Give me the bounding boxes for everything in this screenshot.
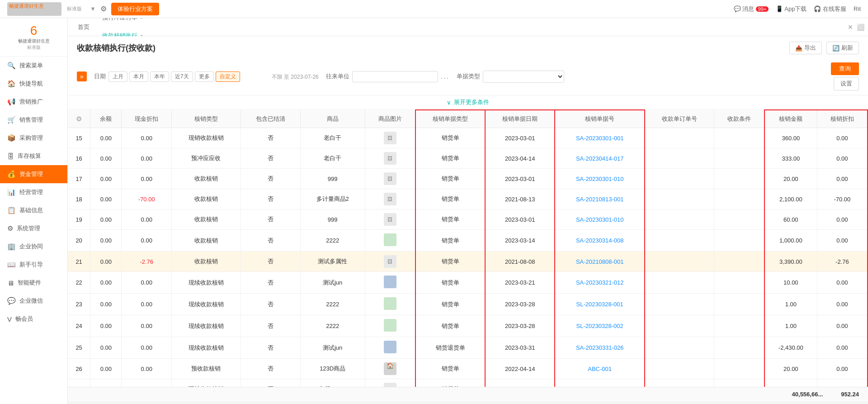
sidebar-item-wechat[interactable]: 💬企业微信	[0, 292, 67, 310]
sidebar-item-purchase[interactable]: 📦采购管理	[0, 129, 67, 147]
sidebar-item-finance[interactable]: 💰资金管理	[0, 165, 67, 183]
table-row[interactable]: 27 0.00 0.00 现续收款核销 否 衣服00001 🖼 销货单 2023…	[68, 379, 868, 387]
col-setting[interactable]: ⚙	[68, 110, 90, 128]
cell-goods-img: 🖼	[365, 209, 415, 230]
user-name[interactable]: Rit	[854, 5, 861, 12]
partner-filter-group: 往来单位 ...	[326, 71, 449, 82]
close-window-icon[interactable]: ✕	[848, 24, 853, 31]
cell-collect-condition	[714, 359, 764, 379]
verify-doc-link[interactable]: SA-20230301-001	[576, 135, 624, 142]
dropdown-icon[interactable]: ▼	[90, 5, 96, 12]
wechat-icon: 💬	[7, 297, 16, 305]
table-row[interactable]: 20 0.00 0.00 收款核销 否 2222 销货单 2023-03-14 …	[68, 230, 868, 252]
inventory-icon: 🗄	[7, 152, 14, 160]
refresh-icon: 🔄	[832, 45, 840, 52]
verify-doc-link[interactable]: SA-20230414-017	[576, 155, 624, 162]
trial-btn[interactable]: 体验行业方案	[111, 3, 159, 15]
query-btn[interactable]: 查询	[831, 62, 859, 75]
verify-doc-link[interactable]: SL-20230408-001	[576, 386, 623, 387]
sidebar-item-guide[interactable]: 📖新手引导	[0, 256, 67, 274]
verify-doc-link[interactable]: SA-20230314-008	[576, 237, 624, 244]
tab-prepay[interactable]: 预付冲应付单×	[96, 18, 149, 27]
cell-balance: 0.00	[90, 230, 122, 252]
date-btn-this-year[interactable]: 本年	[150, 71, 169, 82]
table-row[interactable]: 26 0.00 0.00 预收款核销 否 123D商品 🏠 销货单 2022-0…	[68, 359, 868, 379]
gear-icon[interactable]: ⚙	[100, 5, 107, 13]
table-row[interactable]: 16 0.00 0.00 预冲应应收 否 老白干 🖼 销货单 2023-04-1…	[68, 148, 868, 169]
main-table: ⚙ 余额 现金折扣 核销类型 包含已结清 商品 商品图片 核销单据类型 核销单据…	[68, 109, 868, 387]
cell-include-settled: 否	[241, 148, 300, 169]
cell-collect-condition	[714, 169, 764, 189]
page-title: 收款核销执行(按收款)	[77, 43, 156, 53]
cell-verify-type: 收款核销	[172, 169, 241, 189]
cell-goods: 999	[300, 209, 365, 230]
sidebar-item-quick[interactable]: 🏠快捷导航	[0, 75, 67, 93]
table-row[interactable]: 23 0.00 0.00 现续收款核销 否 2222 销货单 2023-03-2…	[68, 294, 868, 315]
cell-verify-discount: 0.00	[817, 209, 868, 230]
verify-doc-link[interactable]: SA-20230301-010	[576, 176, 624, 182]
partner-dots[interactable]: ...	[441, 72, 449, 81]
date-btn-this-month[interactable]: 本月	[129, 71, 148, 82]
verify-doc-link[interactable]: ABC-001	[588, 366, 612, 372]
table-footer: 40,556,66... 952.24	[68, 387, 868, 401]
verify-doc-link[interactable]: SA-20230301-010	[576, 216, 624, 223]
cell-collect-condition	[714, 230, 764, 252]
cell-verify-amount: 333.00	[764, 148, 817, 169]
sidebar-item-sales[interactable]: 🛒销售管理	[0, 111, 67, 129]
export-btn[interactable]: 📤 导出	[789, 42, 822, 54]
cell-verify-amount: 60.00	[764, 209, 817, 230]
filter-expand-btn[interactable]: »	[77, 71, 87, 81]
maximize-icon[interactable]: ⬜	[857, 24, 864, 31]
sidebar-item-member[interactable]: V畅会员	[0, 310, 67, 328]
table-row[interactable]: 22 0.00 0.00 现续收款核销 否 测试jun 销货单 2023-03-…	[68, 272, 868, 294]
cell-verify-doc-no: SL-20230328-002	[555, 315, 644, 337]
table-row[interactable]: 21 0.00 -2.76 收款核销 否 测试多属性 🖼 销货单 2021-08…	[68, 252, 868, 272]
sidebar-item-search[interactable]: 🔍搜索菜单	[0, 57, 67, 75]
sidebar-item-operation[interactable]: 📊经营管理	[0, 183, 67, 201]
verify-doc-link[interactable]: SA-20210813-001	[576, 196, 624, 203]
table-row[interactable]: 25 0.00 0.00 现续收款核销 否 测试jun 销货退货单 2023-0…	[68, 337, 868, 359]
sidebar-item-system[interactable]: ⚙系统管理	[0, 219, 67, 238]
verify-doc-link[interactable]: SL-20230328-001	[576, 301, 623, 308]
date-btn-7days[interactable]: 近7天	[171, 71, 193, 82]
cell-verify-doc-no: ABC-001	[555, 359, 644, 379]
cell-include-settled: 否	[241, 189, 300, 209]
cell-verify-discount: 0.00	[817, 169, 868, 189]
sidebar-item-inventory[interactable]: 🗄库存核算	[0, 147, 67, 165]
date-btn-more[interactable]: 更多	[195, 71, 214, 82]
cell-no: 16	[68, 148, 90, 169]
sidebar-label-sales: 销售管理	[19, 116, 43, 124]
cell-verify-amount: 3,390.00	[764, 252, 817, 272]
product-img: 🖼	[384, 213, 396, 226]
cell-no: 21	[68, 252, 90, 272]
table-row[interactable]: 24 0.00 0.00 现续收款核销 否 2222 销货单 2023-03-2…	[68, 315, 868, 337]
table-container: ⚙ 余额 现金折扣 核销类型 包含已结清 商品 商品图片 核销单据类型 核销单据…	[68, 109, 868, 387]
tab-close-prepay[interactable]: ×	[140, 18, 143, 20]
sidebar-item-marketing[interactable]: 📢营销推广	[0, 93, 67, 111]
online-service-link[interactable]: 🎧 在线客服	[814, 5, 846, 13]
setting-btn[interactable]: 设置	[834, 77, 859, 90]
sidebar-item-hardware[interactable]: 🖥智能硬件	[0, 274, 67, 292]
setting-col-icon[interactable]: ⚙	[76, 115, 82, 123]
table-row[interactable]: 15 0.00 0.00 现销收款核销 否 老白干 🖼 销货单 2023-03-…	[68, 128, 868, 148]
sidebar-item-company[interactable]: 🏢企业协同	[0, 238, 67, 256]
tab-home[interactable]: 首页	[71, 18, 96, 36]
table-row[interactable]: 17 0.00 0.00 收款核销 否 999 🖼 销货单 2023-03-01…	[68, 169, 868, 189]
refresh-btn[interactable]: 🔄 刷新	[826, 42, 859, 54]
verify-doc-link[interactable]: SA-20210808-001	[576, 258, 624, 265]
verify-doc-link[interactable]: SA-20230321-012	[576, 279, 624, 286]
sidebar-item-basic[interactable]: 📋基础信息	[0, 201, 67, 219]
partner-input[interactable]	[352, 71, 438, 82]
cell-goods-img	[365, 315, 415, 337]
message-icon[interactable]: 💬 消息 99+	[734, 5, 769, 13]
date-btn-last-month[interactable]: 上月	[108, 71, 127, 82]
app-download-link[interactable]: 📱 App下载	[776, 5, 807, 13]
verify-doc-link[interactable]: SL-20230328-002	[576, 323, 623, 329]
expand-more-bar[interactable]: ∨ 展开更多条件	[68, 95, 868, 109]
col-verify-discount: 核销折扣	[817, 110, 868, 128]
verify-doc-link[interactable]: SA-20230331-026	[576, 344, 624, 351]
table-row[interactable]: 18 0.00 -70.00 收款核销 否 多计量商品2 🖼 销货单 2021-…	[68, 189, 868, 209]
voucher-type-select[interactable]	[483, 71, 564, 83]
date-btn-custom[interactable]: 自定义	[216, 71, 240, 82]
table-row[interactable]: 19 0.00 0.00 收款核销 否 999 🖼 销货单 2023-03-01…	[68, 209, 868, 230]
